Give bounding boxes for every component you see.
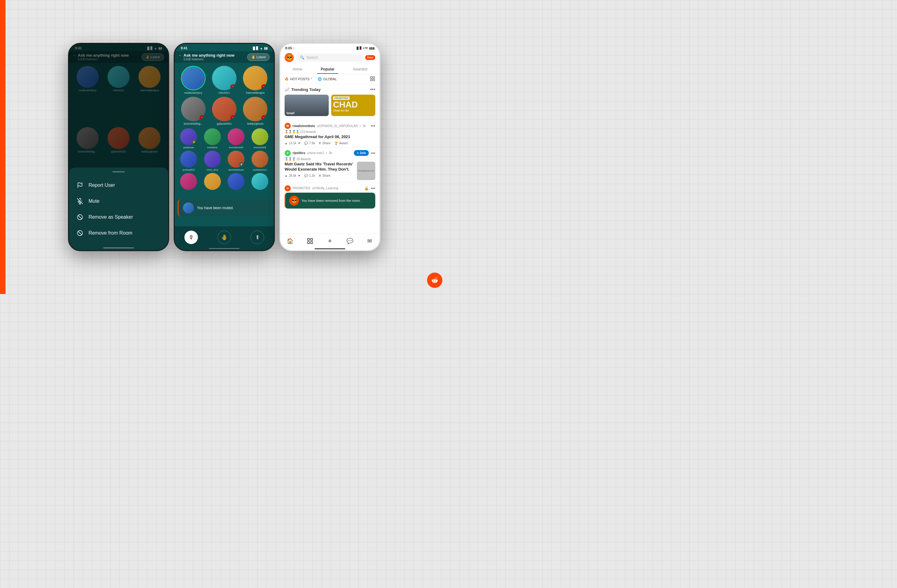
avatar-name-4: kevinshieldsg... <box>184 122 203 125</box>
avatar-internetdesigns-2[interactable]: 🎙 <box>243 66 268 90</box>
hot-posts-filter[interactable]: 🔥 HOT POSTS ˅ <box>285 77 312 81</box>
avatar-timrobinon90[interactable] <box>228 128 245 145</box>
nav-home[interactable]: 🏠 <box>285 236 295 246</box>
post-awards-1: 🏅🏅🏅🏅 223 Awards <box>285 130 375 133</box>
avatar-cinco-time[interactable] <box>204 151 221 168</box>
avatar-mbv2021-2[interactable]: 🎙 <box>212 66 237 90</box>
nav-browse[interactable] <box>305 236 315 246</box>
mute-item[interactable]: Mute <box>69 193 168 209</box>
hot-posts-label: HOT POSTS <box>290 77 309 81</box>
avatar-galaxie5001-2[interactable]: 🎙 <box>212 97 237 121</box>
remove-room-item[interactable]: Remove from Room <box>69 225 168 241</box>
search-bar[interactable]: 🔍 Search <box>296 53 363 61</box>
trending-israel[interactable]: Israel <box>285 95 329 116</box>
home-indicator-1 <box>103 247 134 248</box>
remove-speaker-item[interactable]: Remove as Speaker <box>69 209 168 225</box>
trending-title-text: Trending Today <box>291 87 321 92</box>
avatar-pastaman[interactable]: 🤚 <box>180 128 197 145</box>
avatar-moderatorlarry-2[interactable] <box>181 66 205 90</box>
upvote-icon-2: ▲ <box>285 174 288 177</box>
tab-home[interactable]: Home <box>289 65 306 74</box>
mic-button[interactable]: 🎙 <box>184 231 198 244</box>
reddit-bottom-nav: 🏠 + 💬 ✉ <box>280 234 380 250</box>
comment-action-2[interactable]: 💬 1.2k <box>304 174 315 177</box>
leave-button-2[interactable]: 🤚 Leave <box>247 53 269 61</box>
subreddit-name-2[interactable]: r/politics <box>292 151 305 155</box>
mute-badge-5: 🎙 <box>261 115 267 121</box>
bottom-sheet: Report User Mute <box>69 168 168 250</box>
comments-1: 7.5k <box>309 142 315 145</box>
share-button[interactable]: ⬆ <box>251 231 264 244</box>
upvote-action-2[interactable]: ▲ 26.5k ▼ <box>285 174 300 177</box>
post-more-promoted[interactable]: ••• <box>371 186 375 191</box>
listener-name: timrobinon90 <box>229 146 243 149</box>
signal-icon-2: ▐▌▊ <box>252 47 259 50</box>
award-action-1[interactable]: 🏆 Award <box>334 142 348 145</box>
listeners-grid-2 <box>175 173 274 192</box>
avatar-dumbstarbuck[interactable]: 🤚 <box>228 151 245 168</box>
tab-popular[interactable]: Popular <box>317 65 338 74</box>
listener-cell: timrobinon90 <box>225 128 247 149</box>
room-listeners-2: 5,830 listeners <box>184 58 234 61</box>
nav-chat[interactable]: 💬 <box>345 236 355 246</box>
post-actions-1: ▲ 13.1k ▼ 💬 7.5k ⬆ Share <box>285 142 375 145</box>
avatar-cell-5: 🎙 galaxie5001 <box>212 97 237 125</box>
svg-line-7 <box>78 231 82 235</box>
layout-toggle[interactable] <box>370 76 375 82</box>
global-filter[interactable]: 🌐 GLOBAL <box>318 77 337 81</box>
reddit-content: 📈 Trending Today ••• Israel PROMOTED CHA… <box>280 84 380 250</box>
free-badge[interactable]: Free <box>365 55 375 60</box>
post-meta-1: W r/wallstreetbets u/OPINION_IS_UNPOPULA… <box>285 123 375 129</box>
join-button[interactable]: + Join <box>354 150 369 156</box>
avatar-extra4[interactable] <box>251 173 268 190</box>
post-title-2[interactable]: Matt Gaetz Said His 'Travel Records' Wou… <box>285 162 354 172</box>
avatar-kevinshieldsg-2[interactable]: 🎙 <box>181 97 205 121</box>
phone-2: 9:41 ▐▌▊ ▲ ▮▮ ˅ Ask me anything right no… <box>174 43 275 251</box>
hand-button[interactable]: 🤚 <box>217 231 231 244</box>
avatar-sortheworms[interactable] <box>251 151 268 168</box>
subreddit-name-1[interactable]: r/wallstreetbets <box>292 124 315 128</box>
avatar-name-speaking: moderatorlarry <box>184 91 202 94</box>
trending-chad[interactable]: PROMOTED CHAD Chad on tbs <box>331 95 375 116</box>
listener-cell: turbotime <box>202 128 223 149</box>
mute-badge-4: 🎙 <box>230 115 236 121</box>
avatar-cell-speaking: moderatorlarry <box>181 66 205 94</box>
nav-inbox[interactable]: ✉ <box>365 236 375 246</box>
trending-more-btn[interactable]: ••• <box>370 87 375 92</box>
avatar-jomboy819[interactable] <box>180 151 197 168</box>
share-action-1[interactable]: ⬆ Share <box>318 142 331 145</box>
user-avatar-reddit[interactable]: 😎 <box>285 53 294 62</box>
nav-create[interactable]: + <box>325 236 335 246</box>
post-more-2[interactable]: ••• <box>371 151 375 156</box>
listener-name: turbotime <box>207 146 217 149</box>
post-title-1[interactable]: GME Megathread for April 06, 2021 <box>285 134 375 140</box>
avatar-bonesrthe[interactable] <box>251 128 268 145</box>
comment-icon-1: 💬 <box>304 142 308 145</box>
avatar-teddy2gloves-2[interactable]: 🎙 <box>243 97 268 121</box>
listener-cell <box>249 173 271 190</box>
chevron-down-icon-2[interactable]: ˅ <box>179 55 181 60</box>
avatar-cell-3: 🎙 internetdesigns <box>243 66 268 94</box>
post-with-thumb: Matt Gaetz Said His 'Travel Records' Wou… <box>285 162 375 180</box>
promoted-user: u/OReilly_Learning <box>312 186 338 190</box>
upvote-action-1[interactable]: ▲ 13.1k ▼ <box>285 142 300 145</box>
mute-icon <box>76 197 84 205</box>
share-action-2[interactable]: ⬆ Share <box>318 174 331 177</box>
hand-badge-2: 🤚 <box>239 162 244 167</box>
avatar-extra1[interactable] <box>180 173 197 190</box>
promoted-badge: PROMOTED <box>333 96 349 100</box>
remove-room-icon <box>76 229 84 237</box>
comment-action-1[interactable]: 💬 7.5k <box>304 142 315 145</box>
tab-awarded[interactable]: Awarded <box>349 65 371 74</box>
avatar-extra2[interactable] <box>204 173 221 190</box>
report-user-label: Report User <box>89 183 115 188</box>
mute-label: Mute <box>89 199 99 204</box>
avatar-extra3[interactable] <box>228 173 245 190</box>
avatar-turbotime[interactable] <box>204 128 221 145</box>
listener-cell: 🤚 dumbstarbuck <box>225 151 247 171</box>
report-user-item[interactable]: Report User <box>69 177 168 193</box>
post-more-1[interactable]: ••• <box>371 124 375 128</box>
share-label-2: Share <box>322 174 331 177</box>
awards-count-1: 223 Awards <box>300 130 316 133</box>
sheet-handle <box>112 171 125 173</box>
